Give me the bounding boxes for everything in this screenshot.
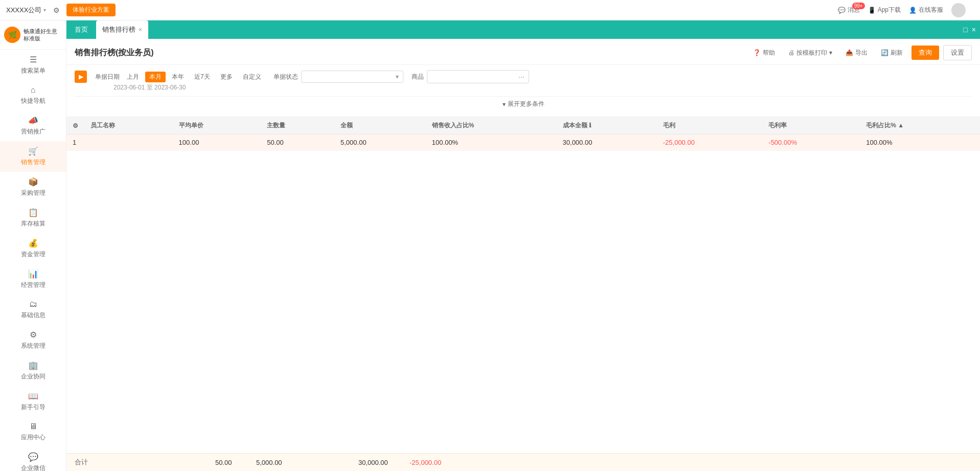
company-selector[interactable]: XXXXX公司 ▾ bbox=[6, 6, 46, 15]
app-download-button[interactable]: 📱 App下载 bbox=[868, 6, 901, 14]
col-cost: 成本全额 ℹ bbox=[557, 117, 657, 134]
date-filter: 单据日期 上月 本月 本年 近7天 更多 自定义 bbox=[95, 72, 265, 82]
status-filter-label: 单据状态 bbox=[274, 73, 298, 81]
col-profit: 毛利 bbox=[657, 117, 763, 134]
date-range-text: 2023-06-01 至 2023-06-30 bbox=[113, 84, 186, 91]
goods-filter-label: 商品 bbox=[412, 73, 424, 81]
tab-close-icon[interactable]: × bbox=[139, 26, 142, 33]
tab-bar-right: □ × bbox=[963, 26, 980, 34]
sidebar-label-marketing: 营销推广 bbox=[21, 127, 45, 136]
print-button[interactable]: 🖨 按模板打印 ▾ bbox=[784, 46, 837, 60]
wechat-icon: 💬 bbox=[28, 452, 38, 462]
export-icon: 📤 bbox=[846, 49, 853, 56]
refresh-icon: 🔄 bbox=[881, 49, 888, 56]
operations-icon: 📊 bbox=[28, 269, 38, 279]
message-badge: 99+ bbox=[852, 3, 865, 9]
sidebar-label-wechat: 企业微信 bbox=[21, 464, 45, 471]
col-sales-pct: 销售收入占比% bbox=[426, 117, 557, 134]
messages-button[interactable]: 💬 消息 99+ bbox=[838, 6, 860, 14]
cell-avg-price: 100.00 bbox=[173, 134, 261, 151]
date-buttons: 上月 本月 本年 近7天 更多 自定义 bbox=[123, 72, 265, 82]
sidebar-item-purchase[interactable]: 📦 采购管理 bbox=[0, 172, 66, 203]
filter-toggle-icon[interactable]: ▶ bbox=[75, 71, 87, 83]
help-button[interactable]: ❓ 帮助 bbox=[748, 46, 780, 60]
tab-sales-ranking[interactable]: 销售排行榜 × bbox=[96, 20, 148, 39]
chevron-down-icon: ▾ bbox=[43, 7, 46, 13]
logo-icon: 🌿 bbox=[4, 27, 20, 43]
more-dots-icon[interactable]: ··· bbox=[518, 73, 525, 81]
table-footer: 合计 50.00 5,000.00 30,000.00 -25,000.00 bbox=[66, 453, 980, 471]
top-bar: XXXXX公司 ▾ ⚙ 体验行业方案 💬 消息 99+ 📱 App下载 👤 在线… bbox=[0, 0, 980, 20]
table-settings-icon[interactable]: ⚙ bbox=[73, 122, 78, 129]
sidebar-item-inventory[interactable]: 📋 库存核算 bbox=[0, 203, 66, 233]
main-layout: 🌿 畅康通好生意 标准版 ☰ 搜索菜单 ⌂ 快捷导航 📣 营销推广 🛒 销售管理… bbox=[0, 20, 980, 471]
export-button[interactable]: 📤 导出 bbox=[841, 46, 872, 60]
sidebar-label-search: 搜索菜单 bbox=[21, 66, 45, 75]
minimize-icon[interactable]: □ bbox=[963, 26, 967, 34]
online-service-button[interactable]: 👤 在线客服 bbox=[909, 6, 943, 14]
date-range-display: 2023-06-01 至 2023-06-30 bbox=[91, 83, 972, 92]
sidebar-item-system[interactable]: ⚙ 系统管理 bbox=[0, 325, 66, 355]
date-btn-this-year[interactable]: 本年 bbox=[168, 72, 188, 82]
col-profit-pct: 毛利占比% ▲ bbox=[860, 117, 980, 134]
status-select[interactable]: ▾ bbox=[301, 71, 403, 83]
expand-label: 展开更多条件 bbox=[508, 100, 544, 108]
table-row: 1 100.00 50.00 5,000.00 100.00% 30,000.0… bbox=[66, 134, 980, 151]
sidebar-item-apps[interactable]: 🖥 应用中心 bbox=[0, 417, 66, 447]
cell-cost: 30,000.00 bbox=[557, 134, 657, 151]
filter-row: ▶ 单据日期 上月 本月 本年 近7天 更多 自定义 bbox=[75, 70, 972, 83]
date-btn-custom[interactable]: 自定义 bbox=[239, 72, 265, 82]
expand-more-button[interactable]: ▾ 展开更多条件 bbox=[75, 96, 972, 111]
date-btn-last-month[interactable]: 上月 bbox=[123, 72, 143, 82]
sidebar-item-quick[interactable]: ⌂ 快捷导航 bbox=[0, 80, 66, 110]
sidebar-item-collab[interactable]: 🏢 企业协同 bbox=[0, 355, 66, 386]
sidebar-label-operations: 经营管理 bbox=[21, 281, 45, 289]
sidebar-item-guide[interactable]: 📖 新手引导 bbox=[0, 386, 66, 417]
sidebar-label-finance: 资金管理 bbox=[21, 250, 45, 259]
settings-button[interactable]: 设置 bbox=[943, 45, 972, 60]
footer-profit: -25,000.00 bbox=[409, 459, 461, 466]
query-button[interactable]: 查询 bbox=[911, 46, 939, 60]
avatar[interactable] bbox=[951, 3, 966, 17]
collab-icon: 🏢 bbox=[28, 361, 38, 370]
sidebar-label-sales: 销售管理 bbox=[21, 158, 45, 167]
status-select-chevron: ▾ bbox=[396, 73, 399, 80]
tab-bar: 首页 销售排行榜 × □ × bbox=[66, 20, 980, 39]
service-label: 在线客服 bbox=[919, 6, 943, 14]
settings-icon[interactable]: ⚙ bbox=[50, 4, 62, 16]
refresh-button[interactable]: 🔄 刷新 bbox=[876, 46, 907, 60]
tab-home[interactable]: 首页 bbox=[66, 20, 96, 39]
date-btn-last7[interactable]: 近7天 bbox=[190, 72, 214, 82]
apps-icon: 🖥 bbox=[29, 422, 37, 431]
sidebar-item-basic[interactable]: 🗂 基础信息 bbox=[0, 295, 66, 325]
industry-button[interactable]: 体验行业方案 bbox=[66, 4, 116, 16]
sidebar-item-wechat[interactable]: 💬 企业微信 bbox=[0, 447, 66, 471]
sidebar-label-collab: 企业协同 bbox=[21, 372, 45, 381]
purchase-icon: 📦 bbox=[28, 177, 38, 187]
col-profit-rate: 毛利率 bbox=[762, 117, 860, 134]
sidebar-item-search[interactable]: ☰ 搜索菜单 bbox=[0, 50, 66, 80]
sidebar-item-finance[interactable]: 💰 资金管理 bbox=[0, 233, 66, 264]
sidebar-label-quick: 快捷导航 bbox=[21, 97, 45, 105]
finance-icon: 💰 bbox=[28, 238, 38, 248]
date-btn-this-month[interactable]: 本月 bbox=[145, 72, 166, 82]
sidebar-item-operations[interactable]: 📊 经营管理 bbox=[0, 264, 66, 295]
sidebar-logo: 🌿 畅康通好生意 标准版 bbox=[0, 20, 66, 50]
sidebar-item-sales[interactable]: 🛒 销售管理 bbox=[0, 141, 66, 172]
sidebar-label-inventory: 库存核算 bbox=[21, 219, 45, 228]
cell-rank: 1 bbox=[66, 134, 84, 151]
cell-profit-rate: -500.00% bbox=[762, 134, 860, 151]
date-btn-more[interactable]: 更多 bbox=[216, 72, 237, 82]
cell-qty: 50.00 bbox=[261, 134, 334, 151]
sidebar-item-marketing[interactable]: 📣 营销推广 bbox=[0, 110, 66, 141]
date-filter-label: 单据日期 bbox=[95, 73, 120, 81]
close-window-icon[interactable]: × bbox=[972, 26, 976, 34]
cell-amount: 5,000.00 bbox=[334, 134, 426, 151]
sidebar-label-system: 系统管理 bbox=[21, 342, 45, 350]
system-icon: ⚙ bbox=[30, 330, 37, 340]
footer-cost: 30,000.00 bbox=[358, 459, 409, 466]
app-label: App下载 bbox=[878, 6, 901, 14]
cell-profit-pct: 100.00% bbox=[860, 134, 980, 151]
goods-input[interactable]: ··· bbox=[427, 70, 529, 83]
print-icon: 🖨 bbox=[788, 49, 794, 56]
